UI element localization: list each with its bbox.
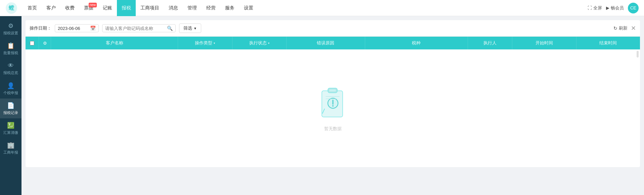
svg-point-8: [332, 105, 334, 107]
refresh-icon: ↻: [613, 26, 617, 31]
sidebar-item-label: 报税总览: [3, 71, 18, 75]
sidebar-item-settlement[interactable]: 💹汇算清缴: [0, 118, 22, 138]
sidebar-item-label: 工商年报: [3, 150, 18, 155]
th-optype-label: 操作类型: [195, 40, 212, 46]
search-input[interactable]: [105, 26, 166, 31]
taxsettings-icon: ⚙: [7, 22, 14, 30]
fullscreen-icon: ⛶: [588, 5, 592, 10]
right-actions: ↻ 刷新 ✕: [613, 25, 636, 31]
nav-item-operation[interactable]: 经营: [202, 0, 220, 16]
member-label: 畅会员: [611, 5, 624, 11]
sidebar-item-batchtax[interactable]: 📋批量报税: [0, 39, 22, 58]
filter-button[interactable]: 筛选 ▼: [179, 24, 201, 33]
nav-item-bookkeeping[interactable]: 记账: [98, 0, 117, 16]
th-taxtype: 税种: [365, 37, 468, 49]
avatar[interactable]: CE: [628, 3, 639, 13]
settlement-icon: 💹: [7, 122, 14, 129]
search-icon: 🔍: [167, 26, 173, 31]
th-settings[interactable]: ⚙: [39, 37, 51, 49]
nav-item-home[interactable]: 首页: [23, 0, 42, 16]
scroll-indicator: [637, 51, 639, 57]
play-icon: ▶: [606, 5, 609, 10]
nav-item-bizproject[interactable]: 工商项目: [136, 0, 164, 16]
th-starttime-label: 开始时间: [535, 40, 553, 46]
main-layout: ⚙报税设置📋批量报税👁报税总览👤个税申报📄报税记录💹汇算清缴🏢工商年报 操作日期…: [0, 16, 644, 195]
nav-right: ⛶ 全屏 ▶ 畅会员 CE: [588, 3, 639, 13]
svg-text:螳: 螳: [9, 5, 14, 11]
close-button[interactable]: ✕: [631, 25, 636, 31]
date-label: 操作日期：: [30, 25, 51, 31]
nav-item-taxreport[interactable]: 报税: [117, 0, 136, 16]
sidebar: ⚙报税设置📋批量报税👁报税总览👤个税申报📄报税记录💹汇算清缴🏢工商年报: [0, 16, 22, 195]
th-endtime: 结束时间: [576, 37, 640, 49]
th-customer: 客户名称: [51, 37, 178, 49]
sidebar-item-label: 批量报税: [3, 51, 18, 55]
calendar-icon: 📅: [90, 26, 96, 31]
sidebar-item-taxsettings[interactable]: ⚙报税设置: [0, 19, 22, 39]
refresh-button[interactable]: ↻ 刷新: [613, 25, 628, 31]
empty-state: 暂无数据: [318, 85, 348, 132]
top-nav: 螳 首页客户收费票据new记账报税工商项目消息管理经营服务设置 ⛶ 全屏 ▶ 畅…: [0, 0, 644, 16]
empty-text: 暂无数据: [324, 126, 342, 132]
chevron-down-icon: ▼: [194, 27, 197, 30]
table-wrap: ⚙ 客户名称 操作类型 ▾ 执行状态 ▾ 错误原因 税种: [26, 37, 640, 167]
sidebar-item-label: 报税记录: [3, 111, 18, 115]
settings-icon: ⚙: [43, 41, 47, 46]
th-status: 执行状态 ▾: [232, 37, 287, 49]
fullscreen-btn[interactable]: ⛶ 全屏: [588, 5, 602, 11]
refresh-label: 刷新: [619, 25, 628, 31]
table-header: ⚙ 客户名称 操作类型 ▾ 执行状态 ▾ 错误原因 税种: [26, 37, 640, 49]
taxrecord-icon: 📄: [7, 102, 14, 109]
nav-item-invoice[interactable]: 票据new: [79, 0, 98, 16]
th-errorreason-label: 错误原因: [317, 40, 334, 46]
nav-items: 首页客户收费票据new记账报税工商项目消息管理经营服务设置: [23, 0, 588, 16]
member-btn[interactable]: ▶ 畅会员: [606, 5, 624, 11]
batchtax-icon: 📋: [7, 42, 14, 49]
nav-item-billing[interactable]: 收费: [60, 0, 79, 16]
annualreport-icon: 🏢: [7, 142, 14, 149]
th-starttime: 开始时间: [512, 37, 576, 49]
sidebar-item-label: 汇算清缴: [3, 130, 18, 135]
th-status-label: 执行状态: [249, 40, 267, 46]
th-errorreason: 错误原因: [287, 37, 365, 49]
table-body: 暂无数据: [26, 49, 640, 167]
nav-item-service[interactable]: 服务: [220, 0, 239, 16]
th-executor-label: 执行人: [483, 40, 497, 46]
th-customer-label: 客户名称: [106, 40, 123, 46]
sort-icon: ▾: [214, 42, 215, 45]
nav-item-settings[interactable]: 设置: [239, 0, 258, 16]
th-taxtype-label: 税种: [412, 40, 421, 46]
th-executor: 执行人: [468, 37, 513, 49]
date-picker[interactable]: 📅: [55, 24, 99, 32]
sidebar-item-label: 个税申报: [3, 91, 18, 95]
svg-rect-4: [329, 89, 336, 91]
toolbar: 操作日期： 📅 🔍 筛选 ▼ ↻ 刷新 ✕: [26, 20, 640, 37]
sidebar-item-annualreport[interactable]: 🏢工商年报: [0, 138, 22, 158]
search-box[interactable]: 🔍: [102, 24, 176, 32]
app-logo[interactable]: 螳: [5, 2, 17, 14]
th-endtime-label: 结束时间: [599, 40, 617, 46]
th-checkbox[interactable]: [26, 37, 39, 49]
filter-label: 筛选: [183, 25, 192, 31]
fullscreen-label: 全屏: [593, 5, 602, 11]
content-area: 操作日期： 📅 🔍 筛选 ▼ ↻ 刷新 ✕: [22, 16, 644, 195]
taxoverview-icon: 👁: [7, 62, 14, 69]
badge-new: new: [89, 3, 97, 7]
date-input[interactable]: [58, 26, 88, 31]
select-all-checkbox[interactable]: [30, 41, 34, 45]
nav-item-message[interactable]: 消息: [164, 0, 183, 16]
nav-item-management[interactable]: 管理: [183, 0, 202, 16]
sidebar-item-personaltax[interactable]: 👤个税申报: [0, 79, 22, 99]
sidebar-item-label: 报税设置: [3, 31, 18, 35]
sidebar-item-taxrecord[interactable]: 📄报税记录: [0, 99, 22, 118]
empty-illustration-svg: [318, 85, 348, 122]
nav-item-customer[interactable]: 客户: [42, 0, 60, 16]
personaltax-icon: 👤: [7, 82, 14, 89]
th-optype: 操作类型 ▾: [178, 37, 232, 49]
sort-icon-2: ▾: [268, 42, 269, 45]
sidebar-item-taxoverview[interactable]: 👁报税总览: [0, 58, 22, 78]
